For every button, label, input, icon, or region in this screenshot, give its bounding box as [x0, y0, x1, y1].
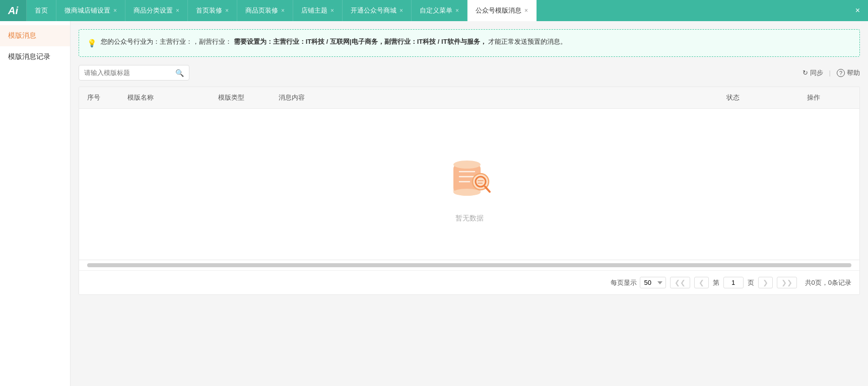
- sidebar-label-template-log: 模版消息记录: [8, 52, 50, 60]
- notice-box: 💡 您的公众号行业为：主营行业：，副营行业： 需要设置为：主营行业：IT科技 /…: [79, 29, 860, 57]
- help-label: 帮助: [847, 68, 860, 78]
- svg-point-2: [453, 161, 481, 169]
- help-icon: ?: [837, 69, 845, 77]
- sync-label: 同步: [810, 68, 823, 78]
- table-header: 序号 模版名称 模版类型 消息内容 状态 操作: [79, 87, 859, 109]
- nav-item-shop-setting[interactable]: 微商城店铺设置 ×: [56, 0, 125, 21]
- sync-icon: ↻: [803, 69, 808, 76]
- nav-label-custom-menu: 自定义菜单: [420, 6, 452, 15]
- nav-item-home-decorate[interactable]: 首页装修 ×: [188, 0, 237, 21]
- sidebar-item-template-log[interactable]: 模版消息记录: [0, 46, 70, 67]
- sidebar: 模版消息 模版消息记录: [0, 21, 71, 386]
- page-size-dropdown[interactable]: 50 10 20 100: [640, 277, 666, 288]
- sidebar-item-template[interactable]: 模版消息: [0, 25, 70, 46]
- nav-logo[interactable]: Ai: [0, 0, 27, 21]
- nav-item-product-decorate[interactable]: 商品页装修 ×: [237, 0, 293, 21]
- svg-line-9: [485, 187, 490, 192]
- close-icon-shop-setting[interactable]: ×: [113, 7, 117, 14]
- toolbar-right: ↻ 同步 | ? 帮助: [803, 68, 860, 78]
- total-text: 共0页，0条记录: [805, 278, 851, 287]
- empty-illustration: [439, 145, 500, 206]
- scrollbar-area[interactable]: [79, 260, 859, 270]
- nav-item-shop-theme[interactable]: 店铺主题 ×: [293, 0, 343, 21]
- nav-label-shop-setting: 微商城店铺设置: [64, 6, 110, 15]
- data-table: 序号 模版名称 模版类型 消息内容 状态 操作: [79, 87, 860, 295]
- col-header-2: 模版类型: [210, 87, 271, 108]
- close-icon-custom-menu[interactable]: ×: [455, 7, 459, 14]
- content-area: 💡 您的公众号行业为：主营行业：，副营行业： 需要设置为：主营行业：IT科技 /…: [71, 21, 868, 386]
- nav-label-category: 商品分类设置: [133, 6, 173, 15]
- search-wrapper: 🔍: [79, 65, 189, 81]
- nav-item-custom-menu[interactable]: 自定义菜单 ×: [412, 0, 468, 21]
- close-icon-open-mall[interactable]: ×: [399, 7, 403, 14]
- help-button[interactable]: ? 帮助: [837, 68, 860, 78]
- nav-item-open-mall[interactable]: 开通公众号商城 ×: [343, 0, 412, 21]
- col-header-4: 状态: [718, 87, 799, 108]
- close-icon-home-decorate[interactable]: ×: [225, 7, 229, 14]
- page-size-label: 每页显示: [611, 278, 637, 287]
- page-number-input[interactable]: [723, 277, 744, 288]
- close-icon-product-decorate[interactable]: ×: [281, 7, 285, 14]
- empty-text: 暂无数据: [455, 214, 484, 223]
- top-nav: Ai 首页 微商城店铺设置 × 商品分类设置 × 首页装修 × 商品页装修 × …: [0, 0, 868, 21]
- toolbar: 🔍 ↻ 同步 | ? 帮助: [79, 65, 860, 81]
- search-input[interactable]: [84, 65, 175, 80]
- table-body: 暂无数据: [79, 109, 859, 260]
- last-page-button[interactable]: ❯❯: [777, 277, 797, 288]
- notice-highlight: 需要设置为：主营行业：IT科技 / 互联网|电子商务，副营行业：IT科技 / I…: [234, 38, 487, 45]
- page-suffix: 页: [748, 278, 754, 287]
- logo-text: Ai: [8, 5, 18, 17]
- nav-item-category[interactable]: 商品分类设置 ×: [125, 0, 188, 21]
- sidebar-label-template: 模版消息: [8, 31, 36, 39]
- sync-button[interactable]: ↻ 同步: [803, 68, 823, 78]
- nav-label-home: 首页: [35, 6, 48, 15]
- search-button[interactable]: 🔍: [175, 69, 184, 77]
- notice-text: 您的公众号行业为：主营行业：，副营行业： 需要设置为：主营行业：IT科技 / 互…: [101, 37, 567, 47]
- nav-item-home[interactable]: 首页: [27, 0, 56, 21]
- svg-point-3: [453, 189, 481, 196]
- next-page-button[interactable]: ❯: [758, 277, 773, 288]
- scroll-track[interactable]: [87, 263, 851, 267]
- main-layout: 模版消息 模版消息记录 💡 您的公众号行业为：主营行业：，副营行业： 需要设置为…: [0, 21, 868, 386]
- col-header-3: 消息内容: [271, 87, 718, 108]
- close-icon-template-msg[interactable]: ×: [524, 7, 528, 14]
- page-label: 第: [713, 278, 719, 287]
- global-close-button[interactable]: ×: [847, 0, 868, 21]
- bulb-icon: 💡: [87, 37, 97, 49]
- pagination: 每页显示 50 10 20 100 ❮❮ ❮ 第 页 ❯ ❯❯ 共0页，0条记录: [79, 270, 859, 294]
- nav-item-template-msg[interactable]: 公众号模版消息 ×: [468, 0, 537, 21]
- nav-label-template-msg: 公众号模版消息: [476, 6, 521, 15]
- close-icon-category[interactable]: ×: [176, 7, 179, 14]
- close-icon-shop-theme[interactable]: ×: [330, 7, 334, 14]
- nav-label-shop-theme: 店铺主题: [301, 6, 327, 15]
- first-page-button[interactable]: ❮❮: [670, 277, 690, 288]
- col-header-5: 操作: [799, 87, 859, 108]
- prev-page-button[interactable]: ❮: [694, 277, 709, 288]
- nav-label-home-decorate: 首页装修: [196, 6, 222, 15]
- nav-label-product-decorate: 商品页装修: [245, 6, 278, 15]
- col-header-0: 序号: [79, 87, 119, 108]
- nav-label-open-mall: 开通公众号商城: [351, 6, 396, 15]
- toolbar-divider: |: [829, 69, 831, 76]
- col-header-1: 模版名称: [119, 87, 210, 108]
- page-size-select: 每页显示 50 10 20 100: [611, 277, 666, 288]
